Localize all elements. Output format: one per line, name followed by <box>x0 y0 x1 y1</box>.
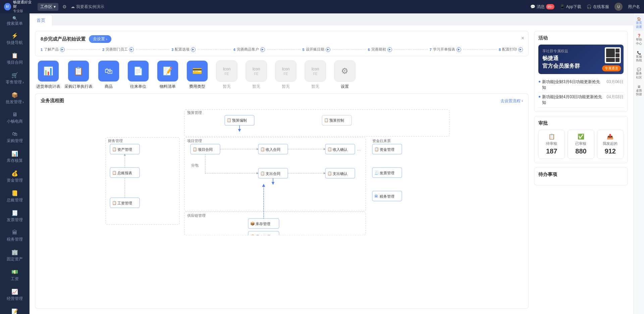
avatar[interactable]: U <box>614 3 623 11</box>
empty-1-icon-box: Icon FE <box>216 60 237 82</box>
capital-icon: 💰 <box>11 170 18 177</box>
supply-group-label: 供应链管理 <box>187 213 206 217</box>
activity-banner: 享社群专属权益 畅捷通 官方会员服务群 专属通道 <box>538 45 624 74</box>
sidebar-item-salary[interactable]: 💵 工资 <box>0 265 30 285</box>
search-icon: 🔍 <box>3 16 27 21</box>
sidebar-item-invoice[interactable]: 🧾 发票管理 <box>0 206 30 226</box>
workspace-selector[interactable]: 工作区 ▾ <box>38 3 58 11</box>
partners-icon-box: 📄 <box>127 60 149 82</box>
sidebar-item-fixedassets[interactable]: 🏢 固定资产 <box>0 246 30 265</box>
quick-icon-stock-report[interactable]: 📊 进货单统计表 <box>35 60 62 89</box>
quick-icon-empty-2[interactable]: Icon FE 暂无 <box>243 60 270 89</box>
quick-icon-goods[interactable]: 🛍 商品 <box>95 60 122 89</box>
sidebar-item-operations[interactable]: 📈 经营管理 <box>0 285 30 305</box>
right-sidebar-item-help[interactable]: ❓ 帮助中心 <box>634 32 644 48</box>
fixedassets-icon: 🏢 <box>11 249 18 255</box>
goto-settings-btn[interactable]: 去设置 › <box>89 35 111 43</box>
online-service-btn[interactable]: 🎧 在线客服 <box>587 4 609 10</box>
approval-card-pending[interactable]: 📋 待审核 187 <box>538 130 565 159</box>
asset-text: 资产管理 <box>117 147 132 151</box>
right-sidebar-item-hotline[interactable]: 📞 客服热线 <box>634 49 644 65</box>
sidebar-item-ledger[interactable]: 📒 总账管理 <box>0 187 30 206</box>
project-contract-text: 项目合同 <box>198 147 213 151</box>
headset-icon: 🎧 <box>587 4 592 9</box>
sidebar-item-inventory[interactable]: 📊 库存核算 <box>0 147 30 167</box>
approval-title: 审批 <box>538 120 624 126</box>
step-3-num: 3 <box>171 48 173 52</box>
right-sidebar-item-community[interactable]: 💬 服务社区 <box>634 65 644 81</box>
empty-3-label: 暂无 <box>282 84 290 89</box>
message-btn[interactable]: 💬 消息 99+ <box>530 4 554 10</box>
activity-join-btn[interactable]: 专属通道 <box>602 65 621 71</box>
tax-manage-text: 税务管理 <box>380 194 394 198</box>
approval-card-approved[interactable]: ✅ 已审核 880 <box>568 130 594 159</box>
step-2-label: 完善部门员工 <box>106 47 128 52</box>
empty-2-icon-box: Icon FE <box>246 60 267 82</box>
mine-icon: 📤 <box>600 133 621 140</box>
quick-icons-row: 📊 进货单统计表 📋 采购订单执行表 🛍 商品 <box>35 60 529 89</box>
settings-icon-btn[interactable]: ⚙ <box>62 4 67 9</box>
quick-icon-empty-4[interactable]: Icon FE 暂无 <box>302 60 329 89</box>
tab-home[interactable]: 首页 <box>30 15 52 25</box>
sidebar-item-quicknav[interactable]: ⚡ 快捷导航 <box>0 29 30 49</box>
sidebar-item-purchase[interactable]: 🛍 采购管理 <box>0 128 30 147</box>
settings-icon-label: 设置 <box>341 84 349 89</box>
settings-icon-box: ⚙ <box>334 60 356 82</box>
news-text-1: 新功能|业财3月6日功能更新抢先知 <box>542 79 604 90</box>
top-header: 财 畅捷通好业财 专业版 工作区 ▾ ⚙ ☁ 我要看实例演示 💬 消息 99+ … <box>0 0 644 13</box>
close-setup-btn[interactable]: × <box>521 35 524 41</box>
app-download-btn[interactable]: 📱 App下载 <box>560 4 581 10</box>
sidebar-item-search[interactable]: 🔍 搜索菜单 <box>0 13 30 29</box>
purchase-icon: 📦 <box>250 234 255 235</box>
sidebar-label-invoice: 发票管理 <box>7 217 23 223</box>
right-sidebar-item-homepage[interactable]: 🏠 首页设置 <box>634 15 644 31</box>
project-contract-icon: 📋 <box>193 147 197 151</box>
approved-label: 已审核 <box>571 141 591 146</box>
right-sidebar-item-desktop[interactable]: 🖥 桌面快捷 <box>634 82 644 99</box>
sidebar-item-projectcontract[interactable]: 📋 项目合同 <box>0 49 30 69</box>
quick-icon-settings[interactable]: ⚙ 设置 <box>331 60 358 89</box>
content-area: 首页 8步完成产品初始设置 去设置 › × <box>30 13 633 314</box>
sidebar-item-capital[interactable]: 💰 资金管理 <box>0 167 30 187</box>
activity-section: 活动 享社群专属权益 畅捷通 官方会员服务群 专 <box>534 31 628 112</box>
inventory-text: 库存管理 <box>256 222 270 226</box>
quick-icon-partners[interactable]: 📄 往来单位 <box>125 60 152 89</box>
capital-manage-icon: 📋 <box>374 147 379 151</box>
bom-icon: 📝 <box>163 66 173 76</box>
step-4-label: 完善商品客户 <box>237 47 259 52</box>
sidebar-item-retail[interactable]: 🛒 零售管理 › <box>0 69 30 88</box>
quick-icon-empty-3[interactable]: Icon FE 暂无 <box>272 60 299 89</box>
phone-icon: 📞 <box>637 51 641 55</box>
sidebar-label-quicknav: 快捷导航 <box>7 40 23 46</box>
approved-num: 880 <box>571 147 591 155</box>
sidebar-item-wholesale[interactable]: 📦 批发管理 › <box>0 88 30 108</box>
demo-link[interactable]: ☁ 我要看实例演示 <box>71 4 104 10</box>
sidebar-item-ecommerce[interactable]: 🖥 小畅电商 <box>0 108 30 128</box>
approval-card-mine[interactable]: 📤 我发起的 912 <box>597 130 624 159</box>
quick-icon-empty-1[interactable]: Icon FE 暂无 <box>213 60 240 89</box>
icon-fe-sub-4: FE <box>313 72 318 76</box>
sidebar-wholesale-row: 批发管理 › <box>1 99 28 105</box>
lightning-icon: ⚡ <box>11 33 18 39</box>
contract-icon: 📋 <box>11 52 18 59</box>
right-panel: 活动 享社群专属权益 畅捷通 官方会员服务群 专 <box>534 31 628 309</box>
expense-contract-text: 支出合同 <box>266 172 280 176</box>
flow-setting-link[interactable]: 去设置流程 › <box>500 98 523 104</box>
sidebar-item-tax[interactable]: 🏛 税务管理 <box>0 226 30 246</box>
step-8: 8 配置打印 ▶ <box>499 47 523 52</box>
step-dots-1 <box>67 49 100 50</box>
goto-arrow-icon: › <box>106 37 107 42</box>
step-5-num: 5 <box>303 48 305 52</box>
tax-icon: 🏛 <box>12 230 17 236</box>
purchase-order-icon: 📋 <box>73 66 84 76</box>
sidebar-item-expense[interactable]: 📝 小畅报销 <box>0 305 30 314</box>
edition-badge: 专业版 <box>13 9 34 13</box>
news-date-2: 04月03日 <box>606 94 624 100</box>
quick-icon-expensetype[interactable]: 💳 费用类型 <box>184 60 211 89</box>
quick-icon-bom[interactable]: 📝 物料清单 <box>154 60 181 89</box>
quick-icon-purchase-order[interactable]: 📋 采购订单执行表 <box>64 60 93 89</box>
community-icon: 💬 <box>637 68 641 71</box>
logo-text: 畅捷通好业财 <box>13 0 34 9</box>
step-dots-2 <box>136 49 169 50</box>
inventory-icon: 📊 <box>11 150 18 157</box>
